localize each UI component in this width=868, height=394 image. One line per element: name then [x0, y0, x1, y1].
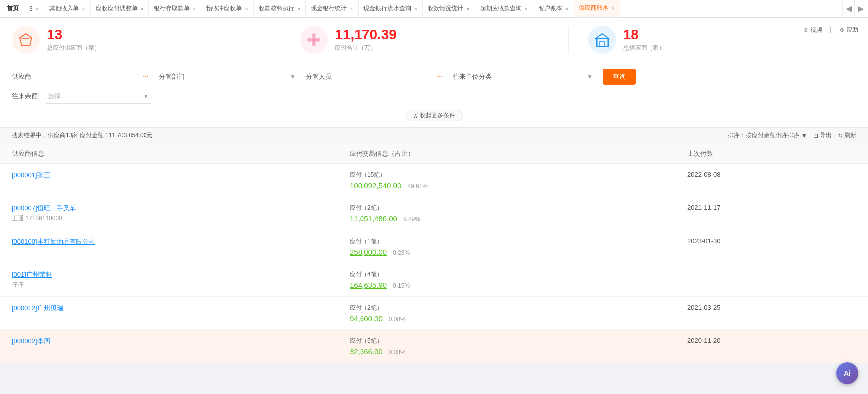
table-row: [000012]广州贝瑞 应付（2笔） 94,600.00 0.08% 2021… — [0, 297, 868, 330]
query-button[interactable]: 查询 — [603, 69, 636, 85]
svg-point-5 — [307, 38, 312, 42]
supplier-name-3[interactable]: [001]广州荣轩 — [12, 270, 350, 279]
sort-label: 排序：按应付余额倒序排序 — [728, 131, 799, 140]
supplier-info-0: [000001]张三 — [12, 171, 350, 180]
close-tab-overdue[interactable]: × — [525, 6, 528, 12]
close-tab-prepay[interactable]: × — [245, 6, 248, 12]
supplier-sub-3: 仔仔 — [12, 281, 350, 289]
supplier-input[interactable] — [46, 69, 137, 84]
close-tab-cash-bank-stat[interactable]: × — [350, 6, 353, 12]
tx-amount-2[interactable]: 258,000.00 — [350, 248, 387, 256]
close-tab-receipt-stat[interactable]: × — [466, 6, 469, 12]
filter-person: 分管人员 ··· — [306, 69, 445, 84]
export-button[interactable]: ⊡ 导出 — [813, 131, 832, 140]
nav-arrow-right[interactable]: ▶ — [854, 0, 866, 18]
stat-icon-diamond — [12, 26, 40, 54]
nav-tab-cash-flow[interactable]: 现金银行流水查询 × — [359, 0, 423, 18]
tx-amount-4[interactable]: 94,600.00 — [350, 314, 383, 323]
supplier-info-1: [000007]恒旺二手叉车 王通 17106110000 — [12, 204, 350, 223]
nav-tab-cash-bank-stat[interactable]: 现金银行统计 × — [306, 0, 358, 18]
supplier-name-4[interactable]: [000012]广州贝瑞 — [12, 304, 350, 313]
svg-marker-0 — [20, 34, 32, 46]
tx-amount-3[interactable]: 164,635.90 — [350, 281, 387, 289]
stat-icon-store — [588, 26, 616, 54]
nav-tab-supplier-ledger[interactable]: 供应商账本 × — [574, 0, 620, 18]
person-dots[interactable]: ··· — [434, 72, 445, 81]
category-chevron-icon: ▼ — [587, 73, 593, 80]
help-link[interactable]: ⊙ 帮助 — [840, 26, 858, 34]
col-supplier-header: 供应商信息 — [12, 149, 350, 158]
tx-label-4: 应付（2笔） — [350, 304, 687, 312]
dept-select[interactable]: ▼ — [193, 69, 298, 84]
person-input[interactable] — [340, 69, 431, 84]
last-pay-5: 2020-11-20 — [687, 337, 856, 344]
header-links: ⊙ 视频 | ⊙ 帮助 — [803, 26, 858, 34]
close-tab-supplier-ledger[interactable]: × — [612, 5, 615, 11]
close-tab-cash-flow[interactable]: × — [414, 6, 417, 12]
nav-tab-receipt-stat[interactable]: 收款情况统计 × — [423, 0, 475, 18]
tx-amount-1[interactable]: 11,051,486.00 — [350, 214, 397, 223]
balance-select[interactable]: 选择... ▼ — [46, 89, 151, 104]
table-row: [000007]恒旺二手叉车 王通 17106110000 应付（2笔） 11,… — [0, 197, 868, 230]
tx-amount-5[interactable]: 32,366.00 — [350, 347, 383, 356]
collapse-bar: ∧ 收起更多条件 — [12, 108, 856, 123]
supplier-info-3: [001]广州荣轩 仔仔 — [12, 270, 350, 289]
sort-select[interactable]: 排序：按应付余额倒序排序 ▼ — [728, 131, 807, 140]
stat-text-all-suppliers: 18 总供应商（家） — [623, 28, 665, 52]
nav-tab-bank[interactable]: 银行存取款单 × — [149, 0, 201, 18]
dept-label: 分管部门 — [159, 72, 189, 81]
tx-label-0: 应付（15笔） — [350, 171, 687, 179]
supplier-name-0[interactable]: [000001]张三 — [12, 171, 350, 180]
supplier-info-2: [000100]本特勤油品有限公司 — [12, 237, 350, 246]
supplier-label: 供应商 — [12, 72, 42, 81]
filter-row-1: 供应商 ··· 分管部门 ▼ 分管人员 ··· 往来单位分类 ▼ 查询 — [12, 69, 856, 85]
table-row: [000100]本特勤油品有限公司 应付（1笔） 258,000.00 0.23… — [0, 230, 868, 263]
svg-point-3 — [312, 33, 316, 38]
nav-tab-other-income[interactable]: 其他收入单 × — [44, 0, 90, 18]
tx-percent-3: 0.15% — [393, 282, 410, 289]
close-tab-customer-ledger[interactable]: × — [565, 6, 568, 12]
supplier-info-4: [000012]广州贝瑞 — [12, 304, 350, 313]
last-pay-1: 2021-11-17 — [687, 204, 856, 211]
tx-label-2: 应付（1笔） — [350, 237, 687, 246]
supplier-dots[interactable]: ··· — [141, 72, 151, 81]
last-pay-4: 2021-03-25 — [687, 304, 856, 311]
top-nav: 首页 3 × 其他收入单 × 应收应付调整单 × 银行存取款单 × 预收冲应收单… — [0, 0, 868, 18]
results-bar: 搜索结果中，供应商13家 应付金额 111,703,854.00元 排序：按应付… — [0, 128, 868, 144]
tx-amount-0[interactable]: 100,092,540.00 — [350, 181, 401, 190]
tx-percent-2: 0.23% — [393, 249, 410, 256]
supplier-name-2[interactable]: [000100]本特勤油品有限公司 — [12, 237, 350, 246]
nav-tab-receipt[interactable]: 收款核销执行 × — [254, 0, 306, 18]
category-select[interactable]: ▼ — [496, 69, 595, 84]
tx-percent-1: 9.89% — [403, 216, 420, 223]
filter-supplier: 供应商 ··· — [12, 69, 151, 84]
nav-tab-prepay[interactable]: 预收冲应收单 × — [201, 0, 253, 18]
stat-label-suppliers: 总应付供应商（家） — [47, 44, 100, 52]
nav-tab-3[interactable]: 3 × — [24, 0, 44, 18]
nav-tab-home[interactable]: 首页 — [2, 0, 24, 18]
video-link[interactable]: ⊙ 视频 — [803, 26, 822, 34]
stat-text-suppliers: 13 总应付供应商（家） — [47, 28, 100, 52]
collapse-button[interactable]: ∧ 收起更多条件 — [406, 110, 463, 121]
divider: | — [830, 26, 832, 34]
close-tab-3[interactable]: × — [36, 6, 39, 12]
supplier-name-1[interactable]: [000007]恒旺二手叉车 — [12, 204, 350, 213]
dept-chevron-icon: ▼ — [290, 73, 296, 80]
close-tab-other-income[interactable]: × — [82, 6, 85, 12]
close-tab-receipt[interactable]: × — [297, 6, 300, 12]
filter-dept: 分管部门 ▼ — [159, 69, 298, 84]
close-tab-bank[interactable]: × — [193, 6, 196, 12]
nav-tab-overdue[interactable]: 超期应收款查询 × — [475, 0, 533, 18]
refresh-button[interactable]: ↻ 刷新 — [838, 131, 856, 140]
supplier-name-5[interactable]: [000002]李四 — [12, 337, 350, 346]
close-tab-ar-ap[interactable]: × — [141, 6, 144, 12]
svg-point-6 — [315, 38, 320, 42]
tx-percent-5: 0.03% — [389, 349, 406, 356]
nav-arrow-left[interactable]: ◀ — [842, 0, 854, 18]
category-label: 往来单位分类 — [453, 72, 492, 81]
last-pay-0: 2022-08-08 — [687, 171, 856, 178]
tx-info-0: 应付（15笔） 100,092,540.00 89.61% — [350, 171, 687, 190]
nav-tab-customer-ledger[interactable]: 客户账本 × — [533, 0, 574, 18]
nav-tab-ar-ap[interactable]: 应收应付调整单 × — [91, 0, 149, 18]
filter-area: 供应商 ··· 分管部门 ▼ 分管人员 ··· 往来单位分类 ▼ 查询 往来 — [0, 62, 868, 128]
